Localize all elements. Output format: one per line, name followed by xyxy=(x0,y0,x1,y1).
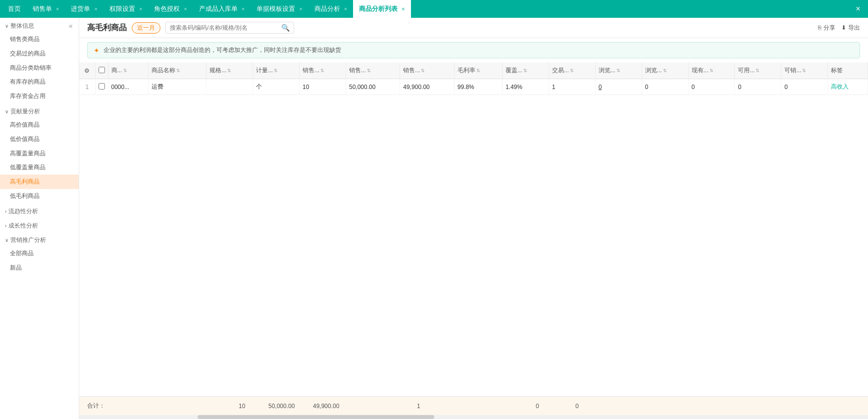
col-spec[interactable]: 规格... ⇅ xyxy=(206,62,253,79)
export-button[interactable]: ⬇ 导出 xyxy=(841,24,860,32)
select-all-checkbox[interactable] xyxy=(99,67,105,73)
settings-icon[interactable]: ⚙ xyxy=(84,67,90,74)
sidebar-item-instock-products[interactable]: 有库存的商品 xyxy=(0,75,79,89)
col-sales3[interactable]: 销售... ⇅ xyxy=(400,62,454,79)
col-spec-sort[interactable]: ⇅ xyxy=(227,68,231,73)
col-unit[interactable]: 计量... ⇅ xyxy=(253,62,300,79)
nav-label-home: 首页 xyxy=(8,0,21,18)
col-sellable[interactable]: 可销... ⇅ xyxy=(781,62,828,79)
close-role-tab[interactable]: × xyxy=(184,0,187,18)
nav-item-template[interactable]: 单据模板设置 × xyxy=(251,0,308,18)
footer-total: 合计： 10 50,000.00 49,900.00 1 0 0 xyxy=(79,396,868,415)
nav-item-home[interactable]: 首页 xyxy=(2,0,27,18)
traded-products-label: 交易过的商品 xyxy=(10,50,46,57)
sidebar-item-low-coverage[interactable]: 低覆盖量商品 xyxy=(0,160,79,175)
row-browse1[interactable]: 0 xyxy=(595,79,642,95)
col-name[interactable]: 商品名称 ⇅ xyxy=(149,62,206,79)
row-sellable: 0 xyxy=(781,79,828,95)
col-code-sort[interactable]: ⇅ xyxy=(123,68,127,73)
col-checkbox[interactable] xyxy=(95,62,108,79)
col-sales2[interactable]: 销售... ⇅ xyxy=(346,62,400,79)
sidebar-item-low-value[interactable]: 低价值商品 xyxy=(0,132,79,146)
col-available[interactable]: 可用... ⇅ xyxy=(735,62,781,79)
col-code[interactable]: 商... ⇅ xyxy=(108,62,149,79)
close-purchase-tab[interactable]: × xyxy=(94,0,97,18)
nav-item-purchase[interactable]: 进货单 × xyxy=(65,0,103,18)
col-sales1-sort[interactable]: ⇅ xyxy=(320,68,324,73)
sidebar-item-low-margin[interactable]: 低毛利商品 xyxy=(0,189,79,203)
sidebar-item-stock-capital[interactable]: 库存资金占用 xyxy=(0,89,79,103)
sidebar-collapse-button[interactable]: « xyxy=(66,21,76,31)
close-template-tab[interactable]: × xyxy=(299,0,302,18)
col-gross-rate[interactable]: 毛利率 ⇅ xyxy=(454,62,502,79)
sidebar-group-growth[interactable]: › 成长性分析 xyxy=(0,218,79,232)
col-browse2[interactable]: 浏览... ⇅ xyxy=(642,62,688,79)
row-checkbox-cell[interactable] xyxy=(95,79,108,95)
col-current-stock-sort[interactable]: ⇅ xyxy=(710,68,714,73)
col-browse2-sort[interactable]: ⇅ xyxy=(663,68,667,73)
browse1-link[interactable]: 0 xyxy=(599,84,602,91)
col-transaction[interactable]: 交易... ⇅ xyxy=(549,62,595,79)
close-permission-tab[interactable]: × xyxy=(139,0,142,18)
col-sellable-sort[interactable]: ⇅ xyxy=(802,68,806,73)
nav-item-product-analysis[interactable]: 商品分析 × xyxy=(308,0,353,18)
col-sales3-sort[interactable]: ⇅ xyxy=(421,68,425,73)
close-sales-tab[interactable]: × xyxy=(56,0,59,18)
row-browse2: 0 xyxy=(642,79,688,95)
close-analysis-list-tab[interactable]: × xyxy=(402,0,405,18)
export-icon: ⬇ xyxy=(841,24,846,31)
col-tag[interactable]: 标签 xyxy=(828,62,868,79)
nav-label-product-in: 产成品入库单 xyxy=(199,0,238,18)
sidebar-item-all-products[interactable]: 全部商品 xyxy=(0,246,79,261)
nav-item-sales[interactable]: 销售单 × xyxy=(27,0,65,18)
all-products-label: 全部商品 xyxy=(10,250,34,257)
col-transaction-sort[interactable]: ⇅ xyxy=(570,68,574,73)
global-close-button[interactable]: × xyxy=(850,0,866,18)
col-browse1-sort[interactable]: ⇅ xyxy=(616,68,620,73)
sidebar-item-high-value[interactable]: 高价值商品 xyxy=(0,118,79,132)
scrollbar-thumb[interactable] xyxy=(198,415,434,419)
high-margin-label: 高毛利商品 xyxy=(10,178,40,185)
table-header-row: ⚙ 商... ⇅ 商品名称 xyxy=(79,62,868,79)
sidebar-group-marketing[interactable]: ∨ 营销推广分析 xyxy=(0,232,79,246)
col-coverage-sort[interactable]: ⇅ xyxy=(523,68,527,73)
col-settings[interactable]: ⚙ xyxy=(79,62,95,79)
bottom-scrollbar[interactable] xyxy=(79,415,868,419)
sidebar-item-high-coverage[interactable]: 高覆盖量商品 xyxy=(0,146,79,161)
sidebar-item-new-products[interactable]: 新品 xyxy=(0,261,79,275)
close-product-analysis-tab[interactable]: × xyxy=(344,0,347,18)
col-unit-sort[interactable]: ⇅ xyxy=(274,68,278,73)
sidebar-item-high-margin[interactable]: 高毛利商品 xyxy=(0,175,79,189)
col-name-sort[interactable]: ⇅ xyxy=(176,68,180,73)
col-coverage[interactable]: 覆盖... ⇅ xyxy=(502,62,549,79)
nav-item-product-in[interactable]: 产成品入库单 × xyxy=(193,0,251,18)
sidebar-item-traded-products[interactable]: 交易过的商品 xyxy=(0,47,79,61)
share-button[interactable]: ⎘ 分享 xyxy=(818,24,835,32)
content-header: 高毛利商品 近一月 🔍 ⎘ 分享 ⬇ 导出 xyxy=(79,18,868,38)
sidebar-item-category-rate[interactable]: 商品分类助销率 xyxy=(0,61,79,75)
footer-sales1: 10 xyxy=(236,403,265,410)
sidebar-group-contribution[interactable]: ∨ 贡献量分析 xyxy=(0,103,79,118)
search-input[interactable] xyxy=(170,24,279,31)
sidebar-item-sales-products[interactable]: 销售类商品 xyxy=(0,32,79,47)
footer-current-stock: 0 xyxy=(533,403,572,410)
col-current-stock[interactable]: 现有... ⇅ xyxy=(688,62,735,79)
col-browse1[interactable]: 浏览... ⇅ xyxy=(595,62,642,79)
nav-item-permission[interactable]: 权限设置 × xyxy=(103,0,148,18)
low-coverage-label: 低覆盖量商品 xyxy=(10,164,46,171)
sales-products-label: 销售类商品 xyxy=(10,36,40,43)
col-sales2-sort[interactable]: ⇅ xyxy=(367,68,371,73)
sidebar-group-trend[interactable]: › 流趋性分析 xyxy=(0,203,79,218)
filter-period-button[interactable]: 近一月 xyxy=(132,22,160,34)
row-checkbox[interactable] xyxy=(99,83,105,90)
footer-empty1 xyxy=(127,403,236,410)
search-icon[interactable]: 🔍 xyxy=(281,24,290,32)
info-text: 企业的主要的利润都是这部分商品创造的，可考虑加大推广，同时关注库存是不要出现缺货 xyxy=(103,46,341,54)
close-product-in-tab[interactable]: × xyxy=(242,0,245,18)
footer-empty2 xyxy=(355,403,414,410)
nav-item-role[interactable]: 角色授权 × xyxy=(148,0,193,18)
col-gross-rate-sort[interactable]: ⇅ xyxy=(476,68,480,73)
nav-item-analysis-list[interactable]: 商品分析列表 × xyxy=(353,0,410,18)
col-sales1[interactable]: 销售... ⇅ xyxy=(300,62,346,79)
col-available-sort[interactable]: ⇅ xyxy=(756,68,760,73)
